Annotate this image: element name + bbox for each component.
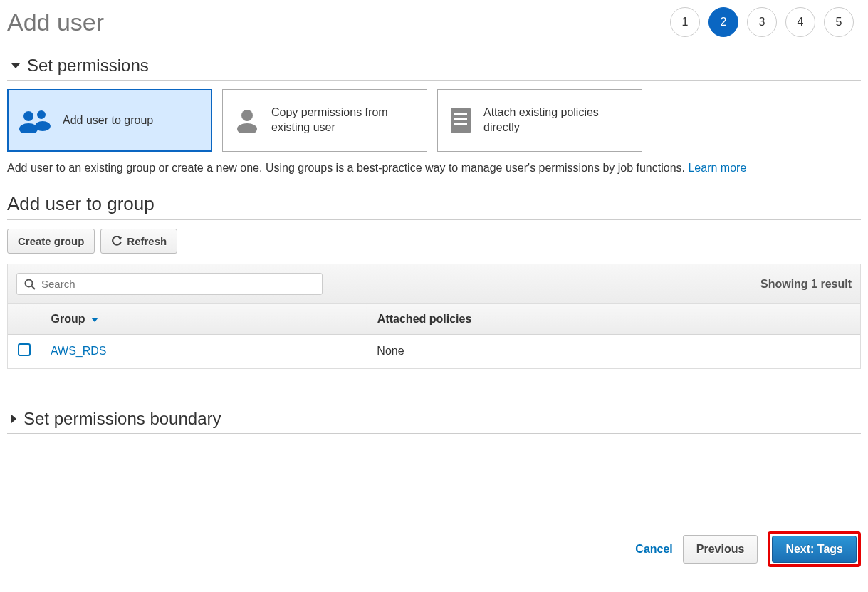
step-4[interactable]: 4 <box>785 7 815 37</box>
create-group-button[interactable]: Create group <box>7 229 95 254</box>
svg-point-4 <box>241 110 253 121</box>
refresh-icon <box>111 236 122 247</box>
svg-rect-9 <box>454 123 467 125</box>
next-button-highlight: Next: Tags <box>768 531 861 567</box>
svg-point-2 <box>37 110 46 119</box>
option-label: Attach existing policies directly <box>483 105 632 135</box>
search-box[interactable] <box>16 273 323 295</box>
caret-right-icon <box>11 415 16 423</box>
step-indicator: 1 2 3 4 5 <box>670 7 861 37</box>
search-input[interactable] <box>41 278 315 290</box>
svg-point-3 <box>35 121 51 131</box>
search-icon <box>24 279 36 290</box>
col-group[interactable]: Group <box>41 304 367 335</box>
group-link[interactable]: AWS_RDS <box>51 345 107 357</box>
svg-rect-7 <box>454 113 467 115</box>
result-count: Showing 1 result <box>760 278 852 291</box>
next-button[interactable]: Next: Tags <box>772 536 857 563</box>
refresh-button[interactable]: Refresh <box>100 229 177 254</box>
svg-point-11 <box>26 279 33 286</box>
previous-button[interactable]: Previous <box>683 535 758 564</box>
page-title: Add user <box>7 9 104 36</box>
learn-more-link[interactable]: Learn more <box>688 162 746 174</box>
policies-cell: None <box>367 335 860 368</box>
row-checkbox[interactable] <box>18 343 31 356</box>
group-icon <box>19 108 53 133</box>
step-5[interactable]: 5 <box>824 7 854 37</box>
option-label: Copy permissions from existing user <box>271 105 417 135</box>
sort-icon <box>91 318 98 322</box>
set-permissions-header[interactable]: Set permissions <box>7 51 861 81</box>
col-checkbox <box>8 304 41 335</box>
add-user-to-group-header: Add user to group <box>7 189 861 220</box>
option-attach-policies[interactable]: Attach existing policies directly <box>437 89 642 152</box>
table-row[interactable]: AWS_RDS None <box>8 335 860 368</box>
boundary-label: Set permissions boundary <box>23 409 221 429</box>
cancel-button[interactable]: Cancel <box>635 543 672 556</box>
option-copy-permissions[interactable]: Copy permissions from existing user <box>222 89 427 152</box>
option-add-user-to-group[interactable]: Add user to group <box>7 89 212 152</box>
option-label: Add user to group <box>63 113 153 128</box>
set-permissions-label: Set permissions <box>27 56 149 76</box>
step-2[interactable]: 2 <box>708 7 738 37</box>
person-icon <box>233 108 261 133</box>
step-1[interactable]: 1 <box>670 7 700 37</box>
wizard-footer: Cancel Previous Next: Tags <box>0 521 868 577</box>
svg-marker-10 <box>118 237 122 240</box>
permissions-description: Add user to an existing group or create … <box>7 162 861 175</box>
svg-point-0 <box>23 111 33 121</box>
col-policies[interactable]: Attached policies <box>367 304 860 335</box>
document-icon <box>448 106 474 135</box>
svg-rect-8 <box>454 118 467 120</box>
step-3[interactable]: 3 <box>747 7 777 37</box>
svg-point-1 <box>19 123 38 133</box>
groups-table: Showing 1 result Group Attached policies… <box>7 264 861 369</box>
svg-line-12 <box>32 286 36 289</box>
permissions-boundary-header[interactable]: Set permissions boundary <box>7 405 861 434</box>
svg-point-5 <box>237 123 257 133</box>
caret-down-icon <box>11 63 20 68</box>
